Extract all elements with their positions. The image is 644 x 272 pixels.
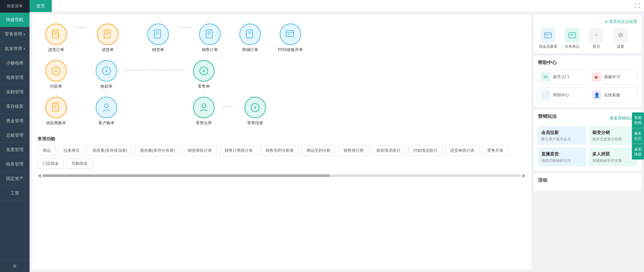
btn-sales-order-stats[interactable]: 销售订单统计表 xyxy=(220,145,258,156)
scroll-left-icon[interactable]: ◀ xyxy=(38,173,41,178)
sidebar-item-finance[interactable]: 资金管理 xyxy=(0,114,30,128)
quick-nav-contacts[interactable]: 往来单位 xyxy=(562,28,582,49)
sidebar-settings[interactable]: ⚙ xyxy=(0,260,30,272)
common-functions: 常用功能 商品 往来单位 现存量(库存状况表) 现存量(库存分布表) 销货单统计… xyxy=(38,136,526,178)
svg-rect-0 xyxy=(52,30,58,38)
sidebar-item-tax[interactable]: 税务管理 xyxy=(0,157,30,172)
sidebar-item-invoice[interactable]: 发票管理 xyxy=(0,143,30,157)
sidebar-item-purchase[interactable]: 采购管理 xyxy=(0,85,30,99)
sidebar-item-payroll[interactable]: 工资 xyxy=(0,186,30,200)
flow-node-supplier-ledger[interactable]: 供应商账本 xyxy=(38,97,75,126)
flow-node-payment[interactable]: ¥ 付款单 xyxy=(38,60,75,89)
sidebar-search[interactable]: 搜索菜单 xyxy=(0,0,30,13)
online-service-label: 在线客服 xyxy=(604,92,620,98)
sidebar-item-retail[interactable]: 零售管理 ▾ xyxy=(0,27,30,42)
btn-purchase-stats[interactable]: 进货单统计表 xyxy=(445,145,479,156)
scrollbar[interactable]: ◀ ▶ xyxy=(38,173,526,178)
v-arrow-sales-order: ↓ xyxy=(202,54,239,60)
v-arrow-1: ↓ xyxy=(38,54,75,60)
btn-store-rank[interactable]: 门店排名 xyxy=(38,158,64,169)
sidebar-item-quick-nav[interactable]: 快捷导航 xyxy=(0,13,30,27)
tab-home[interactable]: 首页 xyxy=(30,0,52,12)
settings-label: 设置 xyxy=(617,44,624,49)
svg-rect-28 xyxy=(52,103,58,111)
help-item-help-center[interactable]: 📄 帮助中心 xyxy=(538,87,586,103)
sidebar-item-label: 零售管理 xyxy=(5,31,22,37)
flow-node-retail-settle[interactable]: ¥ 零售结算 xyxy=(237,97,274,126)
supplier-ledger-icon xyxy=(45,97,67,118)
sidebar-item-label: 小畅电商 xyxy=(6,60,24,66)
help-center-panel: 帮助中心 ✉ 新手入门 ▶ 视频学习 📄 帮助中心 👤 xyxy=(534,56,641,107)
cashflow-label: 现金流量表 xyxy=(539,44,557,49)
flow-node-pos[interactable]: POS收银开单 xyxy=(272,24,309,53)
sidebar-item-label: 资金管理 xyxy=(6,118,24,124)
flow-node-mall-order[interactable]: 商城订单 xyxy=(232,24,269,53)
quick-nav-panel: ✦ 首页自定义设置 现金流量表 往来单位 xyxy=(534,15,641,53)
sidebar-item-fixed-assets[interactable]: 固定资产 xyxy=(0,172,30,186)
mall-order-icon xyxy=(239,24,261,45)
flow-node-receipt[interactable]: ¥ 收款单 xyxy=(88,60,125,89)
sidebar-item-label: 固定资产 xyxy=(6,176,24,182)
sidebar-item-inventory[interactable]: 库存核算 xyxy=(0,99,30,114)
live-sub: 场景式购物新玩法 xyxy=(541,158,583,163)
flow-node-sales-order[interactable]: 销售订单 xyxy=(191,24,228,53)
marketing-group[interactable]: 多人拼团 拼团购物享受优惠 xyxy=(589,148,637,167)
contacts-icon xyxy=(565,28,580,43)
quick-nav-icons: 现金流量表 往来单位 + 暂无 xyxy=(538,28,637,49)
svg-rect-36 xyxy=(545,33,551,38)
empty-label: 暂无 xyxy=(593,44,600,49)
flow-row-1: 进货订单 → 进货单 xyxy=(38,24,526,53)
expand-button[interactable]: ⛶ xyxy=(631,3,644,9)
sidebar-item-wholesale[interactable]: 批发管理 ▾ xyxy=(0,42,30,56)
float-btn-desktop[interactable]: 桌面快捷 xyxy=(632,144,644,160)
scroll-right-icon[interactable]: ▶ xyxy=(522,173,526,178)
float-btn-community[interactable]: 服务社区 xyxy=(632,128,644,144)
marketing-live[interactable]: 直播卖货 场景式购物新玩法 xyxy=(538,148,586,167)
quick-nav-settings[interactable]: ⚙ 设置 xyxy=(610,28,631,49)
btn-goods-profit[interactable]: 商品毛利分析 xyxy=(302,145,336,156)
sidebar-item-ledger[interactable]: 总账管理 xyxy=(0,128,30,143)
btn-retail-order[interactable]: 零售开单 xyxy=(482,145,508,156)
help-item-video[interactable]: ▶ 视频学习 xyxy=(589,69,637,85)
help-item-beginner[interactable]: ✉ 新手入门 xyxy=(538,69,586,85)
btn-sales-profit[interactable]: 销售毛利分析表 xyxy=(261,145,299,156)
flow-node-purchase-order[interactable]: 进货订单 xyxy=(38,24,75,53)
fission-title: 裂变分销 xyxy=(592,130,634,136)
btn-stock-dist[interactable]: 现存量(库存分布表) xyxy=(135,145,180,156)
sidebar-item-label: 发票管理 xyxy=(6,147,24,153)
tab-bar: 首页 ⛶ xyxy=(30,0,644,12)
right-panel: ✦ 首页自定义设置 现金流量表 往来单位 xyxy=(534,15,641,269)
sidebar: 搜索菜单 快捷导航 零售管理 ▾ 批发管理 ▾ 小畅电商 电商管理 采购管理 库… xyxy=(0,0,30,272)
btn-sales-stats[interactable]: 销货单统计表 xyxy=(183,145,217,156)
btn-guide-rank[interactable]: 导购排名 xyxy=(66,158,93,169)
quick-nav-cashflow[interactable]: 现金流量表 xyxy=(538,28,558,49)
help-icon-item: 📄 xyxy=(541,90,550,100)
content-area: 进货订单 → 进货单 xyxy=(30,12,644,272)
btn-contacts[interactable]: 往来单位 xyxy=(58,145,85,156)
btn-receipt-stats[interactable]: 收款情况统计 xyxy=(371,145,406,156)
flow-node-sales[interactable]: 销货单 xyxy=(140,24,177,53)
marketing-member[interactable]: 会员拉新 吸引用户成为会员 xyxy=(538,126,586,145)
btn-stock-status[interactable]: 现存量(库存状况表) xyxy=(87,145,132,156)
help-item-online-service[interactable]: 👤 在线客服 xyxy=(589,87,637,103)
float-btn-hotline[interactable]: 客服热线 xyxy=(632,112,644,128)
arrow-1-2: → xyxy=(75,24,89,31)
quick-nav-empty[interactable]: + 暂无 xyxy=(586,28,606,49)
flow-node-customer-ledger[interactable]: 客户账本 xyxy=(88,97,125,126)
sidebar-item-ecommerce-small[interactable]: 小畅电商 xyxy=(0,56,30,71)
btn-payment-stats[interactable]: 付款情况统计 xyxy=(408,145,443,156)
btn-goods[interactable]: 商品 xyxy=(38,145,56,156)
flow-node-retail[interactable]: ¥ 零售单 xyxy=(185,60,222,89)
arrow-to-retail: → xyxy=(125,60,185,73)
flow-node-retail-out[interactable]: 零售出库 xyxy=(185,97,222,126)
svg-rect-8 xyxy=(154,30,160,38)
help-center-label: 帮助中心 xyxy=(553,92,569,98)
home-customize-btn[interactable]: ✦ 首页自定义设置 xyxy=(538,19,637,25)
btn-sales-rank[interactable]: 销售排行榜 xyxy=(338,145,369,156)
svg-text:¥: ¥ xyxy=(202,68,205,74)
supplier-ledger-label: 供应商账本 xyxy=(46,120,66,126)
sidebar-item-ecommerce-mgmt[interactable]: 电商管理 xyxy=(0,71,30,85)
svg-rect-19 xyxy=(286,31,293,37)
flow-node-purchase[interactable]: 进货单 xyxy=(89,24,126,53)
marketing-fission[interactable]: 裂变分销 裂变式发展分销商 xyxy=(589,126,637,145)
